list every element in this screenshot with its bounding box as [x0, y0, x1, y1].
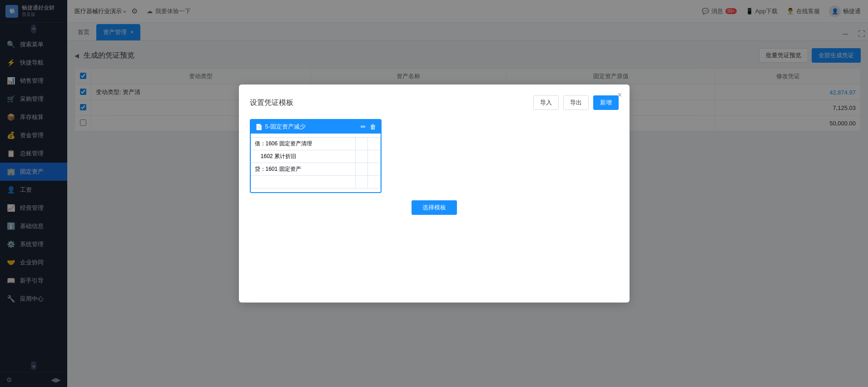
template-card-actions: ✏ 🗑 [361, 123, 376, 130]
template-grid: 借：1606 固定资产清理 1602 累计折旧 [251, 137, 381, 189]
template-card: 📄 5-固定资产减少 ✏ 🗑 借：1606 固定资产清理 [250, 119, 382, 193]
entry-credit-label: 贷：1601 固定资产 [251, 163, 355, 176]
import-button[interactable]: 导入 [533, 95, 559, 110]
modal-title: 设置凭证模板 [250, 98, 533, 108]
select-template-button[interactable]: 选择模板 [412, 200, 457, 215]
entry-amount-credit [355, 163, 367, 176]
entry-debit-col [368, 163, 380, 176]
template-doc-icon: 📄 [255, 124, 263, 130]
template-card-title: 📄 5-固定资产减少 [255, 123, 306, 131]
entry-empty-1 [251, 176, 355, 189]
entry-credit-col2 [368, 150, 380, 163]
modal-close-button[interactable]: × [617, 91, 622, 99]
entry-sub-label: 1602 累计折旧 [251, 150, 355, 163]
entry-debit-label: 借：1606 固定资产清理 [251, 138, 355, 150]
entry-empty-3 [368, 176, 380, 189]
modal-header: 设置凭证模板 导入 导出 新增 [250, 95, 619, 110]
export-button[interactable]: 导出 [563, 95, 589, 110]
entry-amount-debit [355, 138, 367, 150]
template-list: 📄 5-固定资产减少 ✏ 🗑 借：1606 固定资产清理 [250, 119, 619, 193]
template-name: 5-固定资产减少 [265, 123, 306, 131]
template-delete-icon[interactable]: 🗑 [370, 123, 376, 130]
entry-credit-col [368, 138, 380, 150]
template-card-body: 借：1606 固定资产清理 1602 累计折旧 [251, 134, 381, 192]
template-entry-row: 1602 累计折旧 [251, 150, 380, 163]
set-template-modal: 设置凭证模板 导入 导出 新增 × 📄 5-固定资产减少 [239, 84, 630, 303]
template-card-header: 📄 5-固定资产减少 ✏ 🗑 [251, 120, 381, 134]
modal-toolbar: 导入 导出 新增 [533, 95, 619, 110]
entry-empty-2 [355, 176, 367, 189]
select-template-wrap: 选择模板 [250, 200, 619, 215]
template-entry-row: 借：1606 固定资产清理 [251, 138, 380, 150]
new-template-button[interactable]: 新增 [593, 95, 619, 110]
template-edit-icon[interactable]: ✏ [361, 123, 366, 130]
template-entry-row: 贷：1601 固定资产 [251, 163, 380, 176]
modal-body: 📄 5-固定资产减少 ✏ 🗑 借：1606 固定资产清理 [250, 119, 619, 292]
modal-overlay: 设置凭证模板 导入 导出 新增 × 📄 5-固定资产减少 [0, 0, 868, 387]
entry-amount-sub [355, 150, 367, 163]
template-entry-row-empty [251, 176, 380, 189]
